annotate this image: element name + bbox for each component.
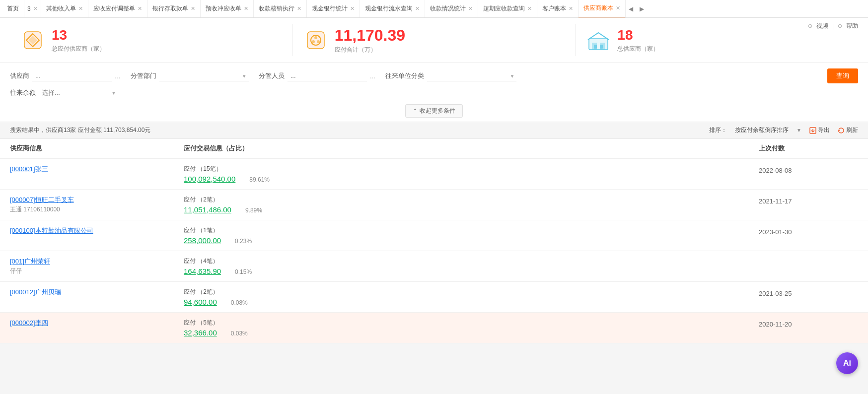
tx-row-2: 258,000.00 0.23%	[184, 236, 759, 245]
tx-row-3: 164,635.90 0.15%	[184, 267, 759, 275]
table-row: [000002]李四 应付 （5笔） 32,366.00 0.03% 2020-…	[0, 313, 868, 343]
supplier-link-0[interactable]: [000001]张三	[10, 165, 48, 173]
refresh-button[interactable]: 刷新	[838, 126, 858, 134]
supplier-input[interactable]	[32, 70, 112, 81]
cell-transaction-4: 应付 （2笔） 94,600.00 0.08%	[184, 288, 759, 306]
tx-amount-2[interactable]: 258,000.00	[184, 236, 221, 245]
nav-tab-home[interactable]: 首页	[2, 0, 24, 18]
cell-transaction-2: 应付 （1笔） 258,000.00 0.23%	[184, 226, 759, 245]
person-input[interactable]	[288, 70, 367, 81]
close-icon[interactable]: ✕	[569, 5, 573, 12]
nav-tab-overdue-ar[interactable]: 超期应收款查询 ✕	[478, 0, 537, 18]
filter-row-2: 往来余额 ▼	[10, 87, 858, 98]
payable-suppliers-info: 13 总应付供应商（家）	[52, 27, 105, 53]
tx-amount-4[interactable]: 94,600.00	[184, 298, 217, 306]
tx-label-0: 应付 （15笔）	[184, 165, 759, 173]
category-filter-label: 往来单位分类	[385, 71, 424, 80]
help-link[interactable]: 帮助	[846, 22, 858, 30]
export-button[interactable]: 导出	[809, 126, 830, 134]
supplier-link-5[interactable]: [000002]李四	[10, 319, 48, 327]
cell-lastpay-1: 2021-11-17	[759, 196, 858, 205]
tx-pct-4: 0.08%	[231, 299, 248, 306]
person-dots-btn[interactable]: ...	[370, 72, 376, 80]
svg-rect-11	[594, 45, 597, 49]
refresh-icon	[838, 127, 845, 134]
total-suppliers-number: 18	[617, 27, 659, 44]
nav-right-arrow[interactable]: ▶	[637, 0, 648, 18]
tx-label-4: 应付 （2笔）	[184, 288, 759, 296]
video-link[interactable]: 视频	[816, 22, 828, 30]
tx-row-5: 32,366.00 0.03%	[184, 328, 759, 337]
payable-total-card: 11,170.39 应付合计（万）	[293, 24, 576, 56]
export-icon	[809, 127, 816, 134]
tx-amount-1[interactable]: 11,051,486.00	[184, 205, 231, 214]
collapse-button[interactable]: ⌃ 收起更多条件	[405, 104, 463, 118]
cell-supplier-3: [001]广州荣轩 仔仔	[10, 257, 184, 275]
nav-tab-cash-flow[interactable]: 现金银行流水查询 ✕	[360, 0, 425, 18]
payable-suppliers-label: 总应付供应商（家）	[52, 45, 105, 53]
close-icon[interactable]: ✕	[191, 5, 195, 12]
category-select-wrap: ▼	[427, 70, 516, 81]
person-filter: 分管人员 ...	[259, 70, 376, 81]
close-icon[interactable]: ✕	[350, 5, 355, 12]
table-header: 供应商信息 应付交易信息（占比） 上次付数	[0, 139, 868, 159]
nav-tab-bank-deposit[interactable]: 银行存取款单 ✕	[147, 0, 201, 18]
cell-lastpay-5: 2020-11-20	[759, 319, 858, 328]
payable-suppliers-number: 13	[52, 27, 105, 44]
supplier-filter-label: 供应商	[10, 71, 29, 80]
tx-label-3: 应付 （4笔）	[184, 257, 759, 265]
person-filter-label: 分管人员	[259, 71, 285, 80]
close-icon[interactable]: ✕	[297, 5, 301, 12]
nav-tab-cash-bank-stat[interactable]: 现金银行统计 ✕	[307, 0, 360, 18]
close-icon[interactable]: ✕	[415, 5, 420, 12]
filter-area: 供应商 ... 分管部门 ▼ 分管人员 ... 往来单位分类 ▼ 查询	[0, 63, 868, 122]
supplier-link-1[interactable]: [000007]恒旺二手叉车	[10, 196, 74, 203]
close-icon[interactable]: ✕	[138, 5, 142, 12]
tx-row-4: 94,600.00 0.08%	[184, 298, 759, 306]
table-row: [000001]张三 应付 （15笔） 100,092,540.00 89.61…	[0, 159, 868, 190]
filter-row-1: 供应商 ... 分管部门 ▼ 分管人员 ... 往来单位分类 ▼ 查询	[10, 68, 858, 83]
collapse-arrow-icon: ⌃	[413, 108, 418, 115]
table-body: [000001]张三 应付 （15笔） 100,092,540.00 89.61…	[0, 159, 868, 343]
svg-rect-8	[589, 39, 608, 50]
nav-tab-receipt-stat[interactable]: 收款情况统计 ✕	[425, 0, 478, 18]
supplier-link-4[interactable]: [000012]广州贝瑞	[10, 288, 61, 296]
tx-pct-1: 9.89%	[245, 207, 262, 214]
supplier-link-3[interactable]: [001]广州荣轩	[10, 258, 50, 265]
nav-tab-ar-adjust[interactable]: 应收应付调整单 ✕	[88, 0, 147, 18]
tx-label-2: 应付 （1笔）	[184, 226, 759, 235]
cell-supplier-4: [000012]广州贝瑞	[10, 288, 184, 297]
nav-tab-advance-ar[interactable]: 预收冲应收单 ✕	[201, 0, 254, 18]
tx-amount-3[interactable]: 164,635.90	[184, 267, 221, 275]
supplier-link-2[interactable]: [000100]本特勤油品有限公司	[10, 227, 93, 234]
close-icon[interactable]: ✕	[468, 5, 473, 12]
close-icon[interactable]: ✕	[527, 5, 532, 12]
tx-amount-0[interactable]: 100,092,540.00	[184, 175, 235, 183]
nav-tab-customer-ledger[interactable]: 客户账本 ✕	[537, 0, 579, 18]
category-filter: 往来单位分类 ▼	[385, 70, 516, 81]
total-suppliers-label: 总供应商（家）	[617, 45, 659, 53]
nav-tab-other-income[interactable]: 其他收入单 ✕	[41, 0, 88, 18]
tx-amount-5[interactable]: 32,366.00	[184, 328, 217, 337]
nav-tab-3[interactable]: 3 ✕	[24, 0, 41, 18]
category-input[interactable]	[427, 70, 516, 81]
supplier-dots-btn[interactable]: ...	[115, 72, 121, 80]
balance-filter-label: 往来余额	[10, 88, 36, 97]
col-transaction-header: 应付交易信息（占比）	[184, 144, 759, 153]
close-icon[interactable]: ✕	[616, 5, 620, 11]
results-summary-text: 搜索结果中，供应商13家 应付金额 111,703,854.00元	[10, 126, 150, 134]
sort-arrow-icon: ▼	[796, 128, 801, 133]
sort-selector[interactable]: 按应付余额倒序排序	[735, 126, 789, 134]
cell-lastpay-0: 2022-08-08	[759, 165, 858, 174]
close-icon[interactable]: ✕	[33, 5, 38, 12]
nav-tab-receipt-verify[interactable]: 收款核销执行 ✕	[254, 0, 307, 18]
balance-input[interactable]	[39, 87, 118, 98]
dept-filter-label: 分管部门	[131, 71, 156, 80]
cell-transaction-1: 应付 （2笔） 11,051,486.00 9.89%	[184, 196, 759, 214]
query-button[interactable]: 查询	[827, 68, 858, 83]
close-icon[interactable]: ✕	[78, 5, 83, 12]
close-icon[interactable]: ✕	[244, 5, 248, 12]
nav-left-arrow[interactable]: ◀	[626, 0, 637, 18]
nav-tab-supplier-ledger[interactable]: 供应商账本 ✕	[579, 0, 626, 18]
dept-input[interactable]	[159, 70, 249, 81]
